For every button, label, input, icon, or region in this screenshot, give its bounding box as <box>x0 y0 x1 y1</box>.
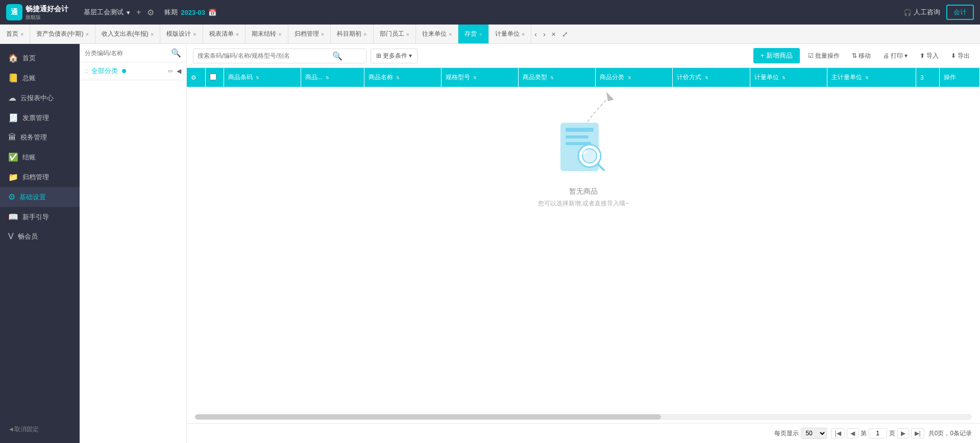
batch-label: 批量操作 <box>815 52 840 60</box>
tab-balance-sheet[interactable]: 资产负债表(中期) × <box>30 25 95 43</box>
settings-gear-icon: ⚙ <box>8 192 15 202</box>
table-header-code[interactable]: 商品... ⇅ <box>301 68 364 87</box>
sidebar-item-home[interactable]: 🏠 首页 <box>0 48 80 68</box>
category-search-input[interactable] <box>85 50 169 57</box>
scrollbar-thumb[interactable] <box>195 414 661 419</box>
tab-close-icon[interactable]: × <box>406 31 409 37</box>
sort-arrows-unit[interactable]: ⇅ <box>782 76 786 80</box>
sort-arrows-name[interactable]: ⇅ <box>396 76 400 80</box>
last-page-btn[interactable]: ▶| <box>911 428 924 438</box>
tab-close-icon[interactable]: × <box>479 31 482 37</box>
tab-income-statement[interactable]: 收入支出表(年报) × <box>95 25 160 43</box>
category-search-icon[interactable]: 🔍 <box>171 48 181 58</box>
import-btn[interactable]: ⬆ 导入 <box>916 49 943 63</box>
table-header-col3[interactable]: 3 <box>916 68 940 87</box>
sort-arrows-code[interactable]: ⇅ <box>326 76 329 80</box>
category-collapse-btn[interactable]: ◀ <box>177 67 181 75</box>
tab-scroll-right-btn[interactable]: › <box>540 30 549 38</box>
sort-arrows-barcode[interactable]: ⇅ <box>256 76 259 80</box>
sidebar-item-membership[interactable]: V 畅会员 <box>0 227 80 246</box>
tab-close-icon[interactable]: × <box>449 31 452 37</box>
sort-arrows-category[interactable]: ⇅ <box>628 76 631 80</box>
sidebar-collapse-btn[interactable]: ◄取消固定 <box>0 420 80 439</box>
filter-dropdown-icon: ▾ <box>409 52 412 59</box>
prev-page-btn[interactable]: ◀ <box>847 428 859 438</box>
tab-period-carry[interactable]: 期末结转 × <box>246 25 288 43</box>
tab-contacts[interactable]: 往来单位 × <box>416 25 458 43</box>
first-page-btn[interactable]: |◀ <box>831 428 844 438</box>
category-edit-btn[interactable]: ✏ <box>168 67 174 75</box>
table-header-category[interactable]: 商品分类 ⇅ <box>596 68 673 87</box>
product-search-input[interactable] <box>198 52 330 59</box>
table-header-unit[interactable]: 计量单位 ⇅ <box>750 68 827 87</box>
tab-close-all-btn[interactable]: × <box>549 30 559 38</box>
sort-arrows-spec[interactable]: ⇅ <box>473 76 477 80</box>
move-btn[interactable]: ⇅ 移动 <box>848 49 875 63</box>
calendar-icon[interactable]: 📅 <box>208 9 216 16</box>
batch-operation-btn[interactable]: ☑ 批量操作 <box>804 49 844 63</box>
sidebar-item-close-account[interactable]: ✅ 结账 <box>0 147 80 167</box>
product-table: ⚙ 商品条码 ⇅ 商品... <box>187 68 980 87</box>
export-btn[interactable]: ⬇ 导出 <box>947 49 974 63</box>
table-header-checkbox[interactable] <box>205 68 224 87</box>
tab-tax-list[interactable]: 税表清单 × <box>203 25 246 43</box>
tab-archive[interactable]: 归档管理 × <box>288 25 331 43</box>
per-page-select[interactable]: 10 20 50 100 <box>801 428 827 439</box>
sidebar-item-invoice[interactable]: 🧾 发票管理 <box>0 108 80 128</box>
tab-close-icon[interactable]: × <box>193 31 196 37</box>
table-header-name[interactable]: 商品名称 ⇅ <box>364 68 441 87</box>
more-filter-btn[interactable]: ⊞ 更多条件 ▾ <box>371 49 418 63</box>
all-category-label[interactable]: 全部分类 <box>91 66 118 76</box>
sidebar-item-guide[interactable]: 📖 新手引导 <box>0 207 80 227</box>
tab-close-icon[interactable]: × <box>85 31 88 37</box>
empty-desc: 您可以选择新增,或者直接导入哦~ <box>538 199 629 208</box>
tab-expand-btn[interactable]: ⤢ <box>559 30 571 38</box>
ai-service-btn[interactable]: 🎧 人工咨询 <box>903 8 940 17</box>
page-number-input[interactable] <box>869 428 887 438</box>
category-search-box: 🔍 <box>80 44 186 62</box>
sidebar-item-basic-settings[interactable]: ⚙ 基础设置 <box>0 187 80 207</box>
add-product-button[interactable]: + 新增商品 <box>753 48 800 63</box>
sidebar-item-tax[interactable]: 🏛 税务管理 <box>0 128 80 147</box>
tab-scroll-left-btn[interactable]: ‹ <box>531 30 540 38</box>
sort-arrows-price-method[interactable]: ⇅ <box>705 76 708 80</box>
tab-close-icon[interactable]: × <box>151 31 154 37</box>
tab-close-icon[interactable]: × <box>278 31 281 37</box>
tab-close-icon[interactable]: × <box>236 31 239 37</box>
search-icon[interactable]: 🔍 <box>332 51 342 61</box>
add-tab-btn[interactable]: + <box>136 8 141 17</box>
company-selector[interactable]: 基层工会测试 ▾ <box>84 8 130 17</box>
table-header-price-method[interactable]: 计价方式 ⇅ <box>673 68 750 87</box>
tab-inventory[interactable]: 存货 × <box>458 25 488 43</box>
tab-close-icon[interactable]: × <box>522 31 525 37</box>
tab-subject-init[interactable]: 科目期初 × <box>331 25 373 43</box>
table-header-settings[interactable]: ⚙ <box>187 68 205 87</box>
sidebar-item-cloud-report[interactable]: ☁ 云报表中心 <box>0 88 80 108</box>
table-header-type[interactable]: 商品类型 ⇅ <box>519 68 596 87</box>
tab-close-icon[interactable]: × <box>321 31 324 37</box>
settings-icon[interactable]: ⚙ <box>147 8 154 17</box>
tab-units[interactable]: 计量单位 × <box>489 25 531 43</box>
company-name: 基层工会测试 <box>84 8 124 17</box>
sidebar-item-ledger[interactable]: 📒 总账 <box>0 68 80 88</box>
tab-template-design[interactable]: 模版设计 × <box>160 25 203 43</box>
tab-department-staff[interactable]: 部门员工 × <box>374 25 416 43</box>
tab-close-icon[interactable]: × <box>363 31 366 37</box>
sidebar-item-archive[interactable]: 📁 归档管理 <box>0 167 80 187</box>
sort-arrows-type[interactable]: ⇅ <box>550 76 554 80</box>
table-header-spec[interactable]: 规格型号 ⇅ <box>441 68 518 87</box>
tab-homepage[interactable]: 首页 × <box>0 25 30 43</box>
sort-arrows-main-unit[interactable]: ⇅ <box>865 76 869 80</box>
tab-close-icon[interactable]: × <box>20 31 23 37</box>
tab-label: 归档管理 <box>295 30 319 38</box>
horizontal-scrollbar[interactable] <box>195 414 972 420</box>
table-header-barcode[interactable]: 商品条码 ⇅ <box>224 68 301 87</box>
column-settings-icon[interactable]: ⚙ <box>191 74 197 81</box>
svg-marker-0 <box>606 92 614 101</box>
select-all-checkbox[interactable] <box>210 74 216 80</box>
next-page-btn[interactable]: ▶ <box>897 428 909 438</box>
table-header-main-unit[interactable]: 主计量单位 ⇅ <box>827 68 916 87</box>
toolbar: 🔍 ⊞ 更多条件 ▾ + 新增商品 ☑ 批量操作 ⇅ 移动 <box>187 44 980 68</box>
print-btn[interactable]: 🖨 打印 ▾ <box>879 49 912 63</box>
account-button[interactable]: 会计 <box>946 5 974 20</box>
